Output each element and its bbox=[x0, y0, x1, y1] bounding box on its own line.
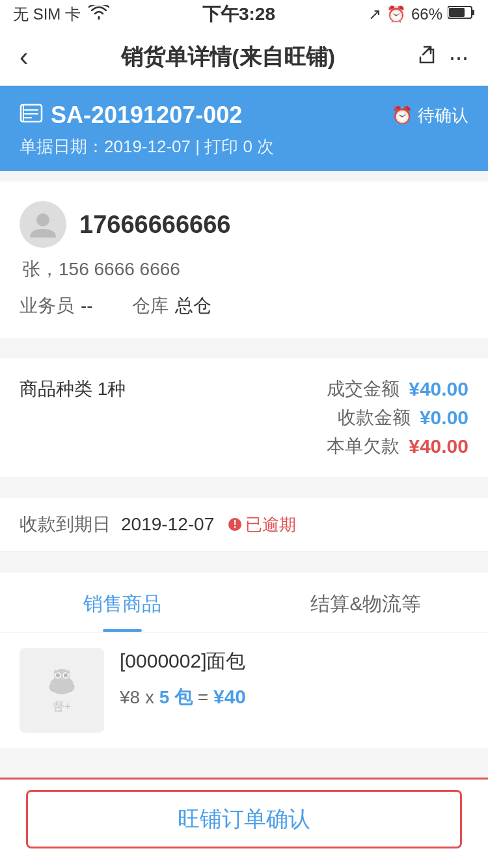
product-image-placeholder: 督+ bbox=[42, 667, 81, 714]
product-types-item: 商品种类 1种 bbox=[20, 377, 126, 401]
tab-sales-label: 销售商品 bbox=[83, 593, 161, 614]
due-section: 收款到期日 2019-12-07 ! 已逾期 bbox=[0, 498, 488, 552]
balance-amount: ¥40.00 bbox=[409, 435, 468, 457]
tabs-section: 销售商品 结算&物流等 bbox=[0, 573, 488, 632]
customer-phone: 17666666666 bbox=[79, 211, 230, 239]
tab-settlement[interactable]: 结算&物流等 bbox=[244, 573, 488, 632]
received-amount: ¥0.00 bbox=[420, 407, 468, 429]
tabs-row: 销售商品 结算&物流等 bbox=[0, 573, 488, 632]
time-display: 下午3:28 bbox=[202, 2, 275, 27]
product-types-label: 商品种类 bbox=[20, 379, 98, 399]
product-price: ¥8 x 5 包 = ¥40 bbox=[120, 685, 468, 710]
tab-sales-products[interactable]: 销售商品 bbox=[0, 573, 244, 632]
summary-section: 商品种类 1种 成交金额 ¥40.00 收款金额 ¥0.00 本单欠款 ¥40.… bbox=[0, 359, 488, 477]
svg-rect-2 bbox=[449, 8, 465, 17]
transaction-amount-row: 成交金额 ¥40.00 bbox=[327, 377, 468, 401]
sales-rep-value: -- bbox=[81, 295, 93, 316]
more-icon[interactable]: ··· bbox=[449, 44, 468, 71]
bottom-bar: 旺铺订单确认 bbox=[0, 778, 488, 868]
status-right: ↗ ⏰ 66% bbox=[368, 5, 475, 23]
tab-settlement-label: 结算&物流等 bbox=[310, 593, 421, 614]
divider-3 bbox=[0, 552, 488, 562]
no-sim-text: 无 SIM 卡 bbox=[13, 4, 81, 25]
order-status: ⏰ 待确认 bbox=[392, 104, 468, 127]
warehouse-item: 仓库 总仓 bbox=[132, 293, 211, 318]
battery-text: 66% bbox=[411, 5, 442, 23]
share-icon[interactable] bbox=[415, 44, 436, 71]
wifi-icon bbox=[88, 5, 109, 23]
product-image: 督+ bbox=[20, 648, 104, 733]
status-left: 无 SIM 卡 bbox=[13, 4, 109, 25]
status-clock-icon: ⏰ bbox=[392, 105, 413, 126]
svg-rect-1 bbox=[472, 10, 474, 15]
svg-point-9 bbox=[56, 673, 60, 677]
customer-section: 17666666666 张，156 6666 6666 业务员 -- 仓库 总仓 bbox=[0, 182, 488, 338]
order-date: 单据日期：2019-12-07 | 打印 0 次 bbox=[20, 135, 468, 158]
product-display-name: 面包 bbox=[206, 650, 245, 671]
svg-point-10 bbox=[64, 673, 68, 677]
brand-plus-text: 督+ bbox=[53, 699, 72, 714]
order-banner: SA-20191207-002 ⏰ 待确认 单据日期：2019-12-07 | … bbox=[0, 86, 488, 171]
nav-actions: ··· bbox=[415, 44, 468, 71]
divider-1 bbox=[0, 338, 488, 348]
status-text: 待确认 bbox=[418, 104, 468, 127]
nav-bar: ‹ 销货单详情(来自旺铺) ··· bbox=[0, 29, 488, 86]
transaction-amount: ¥40.00 bbox=[409, 378, 468, 400]
alarm-icon: ⏰ bbox=[386, 5, 406, 23]
order-id-text: SA-20191207-002 bbox=[51, 102, 242, 129]
customer-meta: 业务员 -- 仓库 总仓 bbox=[20, 293, 468, 318]
divider-2 bbox=[0, 477, 488, 487]
received-amount-row: 收款金额 ¥0.00 bbox=[338, 405, 468, 430]
warehouse-label: 仓库 bbox=[132, 293, 169, 318]
price-unit: ¥8 bbox=[120, 687, 140, 707]
battery-icon bbox=[448, 5, 475, 23]
page-title: 销货单详情(来自旺铺) bbox=[41, 42, 415, 72]
price-equals: = bbox=[198, 687, 213, 707]
location-icon: ↗ bbox=[368, 5, 381, 23]
back-button[interactable]: ‹ bbox=[20, 42, 28, 72]
overdue-text: 已逾期 bbox=[245, 513, 296, 536]
product-name: [0000002]面包 bbox=[120, 648, 468, 675]
balance-amount-row: 本单欠款 ¥40.00 bbox=[327, 434, 468, 459]
overdue-dot-icon: ! bbox=[228, 518, 241, 531]
price-total: ¥40 bbox=[213, 686, 246, 707]
price-quantity: 5 bbox=[159, 687, 170, 707]
status-bar: 无 SIM 卡 下午3:28 ↗ ⏰ 66% bbox=[0, 0, 488, 29]
overdue-badge: ! 已逾期 bbox=[228, 513, 296, 536]
svg-point-4 bbox=[36, 213, 49, 226]
sales-rep-label: 业务员 bbox=[20, 293, 74, 318]
order-id: SA-20191207-002 bbox=[20, 102, 242, 129]
received-label: 收款金额 bbox=[338, 405, 411, 430]
avatar bbox=[20, 201, 66, 248]
order-icon bbox=[20, 102, 43, 129]
product-info: [0000002]面包 ¥8 x 5 包 = ¥40 bbox=[120, 648, 468, 710]
confirm-order-button[interactable]: 旺铺订单确认 bbox=[26, 790, 462, 848]
warehouse-value: 总仓 bbox=[175, 293, 211, 318]
product-types-value: 1种 bbox=[98, 379, 126, 399]
due-date-value: 2019-12-07 bbox=[121, 514, 214, 535]
balance-label: 本单欠款 bbox=[327, 434, 400, 459]
due-label: 收款到期日 bbox=[20, 512, 111, 537]
sales-rep-item: 业务员 -- bbox=[20, 293, 93, 318]
product-item: 督+ [0000002]面包 ¥8 x 5 包 = ¥40 bbox=[0, 632, 488, 748]
product-code: [0000002] bbox=[120, 650, 206, 671]
amounts-section: 成交金额 ¥40.00 收款金额 ¥0.00 本单欠款 ¥40.00 bbox=[327, 377, 468, 459]
price-unit-label: 包 bbox=[174, 687, 193, 707]
price-multiply: x bbox=[145, 687, 159, 707]
transaction-label: 成交金额 bbox=[327, 377, 400, 401]
customer-name: 张，156 6666 6666 bbox=[20, 257, 468, 282]
